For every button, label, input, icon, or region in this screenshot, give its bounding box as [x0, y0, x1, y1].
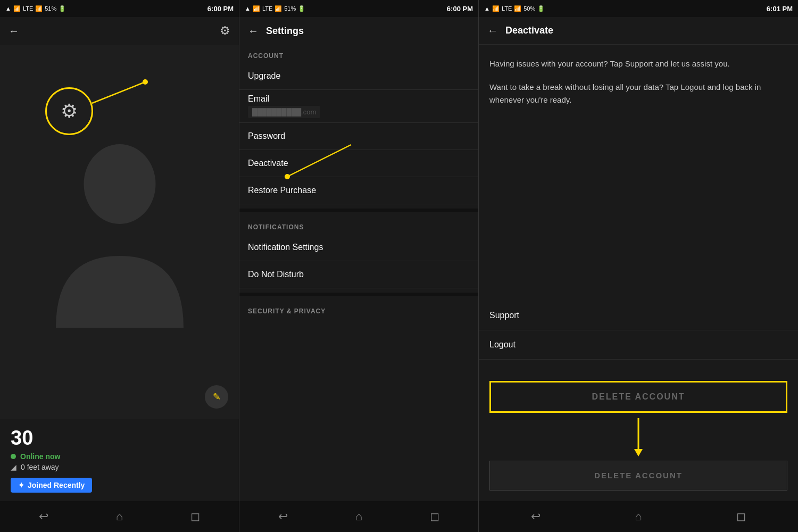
edit-profile-button[interactable]: ✎	[205, 385, 228, 409]
home-nav-2[interactable]: ⌂	[355, 510, 362, 523]
deactivate-header: ← Deactivate	[479, 17, 798, 45]
deactivate-label: Deactivate	[248, 159, 288, 168]
deactivate-desc-2: Want to take a break without losing all …	[489, 81, 787, 106]
online-label: Online now	[20, 452, 60, 461]
panel-profile: ▲ 📶 LTE 📶 51% 🔋 6:00 PM ← ⚙ ⚙	[0, 0, 239, 532]
battery-icon-1: 🔋	[59, 5, 66, 12]
time-2: 6:00 PM	[447, 5, 473, 13]
password-label: Password	[248, 131, 285, 140]
bottom-nav-3: ↩ ⌂ ◻	[479, 501, 798, 532]
delete-arrow-line	[638, 418, 639, 450]
deactivate-content: Having issues with your account? Tap Sup…	[479, 45, 798, 301]
deactivate-menu-logout[interactable]: Logout	[479, 330, 798, 360]
delete-account-callout-box[interactable]: DELETE ACCOUNT	[489, 381, 787, 413]
settings-item-upgrade[interactable]: Upgrade	[239, 63, 478, 90]
back-nav-1[interactable]: ↩	[39, 510, 48, 523]
lte-label-3: LTE	[502, 5, 512, 12]
alert-icon-1: ▲	[5, 5, 11, 12]
location-icon: ◢	[11, 463, 16, 471]
delete-account-annotation: DELETE ACCOUNT	[489, 381, 787, 413]
online-indicator	[11, 454, 16, 459]
email-value: ██████████.com	[248, 106, 320, 118]
svg-point-0	[84, 144, 155, 224]
deactivate-desc-1: Having issues with your account? Tap Sup…	[489, 57, 787, 70]
section-header-security: SECURITY & PRIVACY	[239, 300, 478, 318]
delete-account-button-label: DELETE ACCOUNT	[594, 471, 683, 480]
online-status-row: Online now	[11, 452, 228, 461]
status-bar-1: ▲ 📶 LTE 📶 51% 🔋 6:00 PM	[0, 0, 239, 17]
profile-info: 30 Online now ◢ 0 feet away ✦ Joined Rec…	[0, 419, 239, 501]
status-bar-2: ▲ 📶 LTE 📶 51% 🔋 6:00 PM	[239, 0, 478, 17]
dnd-label: Do Not Disturb	[248, 270, 304, 279]
recent-nav-1[interactable]: ◻	[190, 510, 200, 523]
recent-nav-3[interactable]: ◻	[736, 510, 746, 523]
badge-plus-icon: ✦	[18, 481, 24, 489]
battery-label-3: 50%	[523, 5, 535, 12]
settings-item-deactivate[interactable]: Deactivate Deactivate	[239, 150, 478, 177]
recent-nav-2[interactable]: ◻	[430, 510, 439, 523]
settings-header: ← Settings	[239, 17, 478, 45]
signal-icon-1: 📶	[35, 5, 43, 12]
settings-gear-button[interactable]: ⚙	[220, 24, 230, 38]
panel-deactivate: ▲ 📶 LTE 📶 50% 🔋 6:01 PM ← Deactivate Hav…	[479, 0, 798, 532]
battery-1: 51%	[45, 5, 56, 12]
settings-content: ACCOUNT Upgrade Email ██████████.com Pas…	[239, 45, 478, 501]
time-1: 6:00 PM	[207, 5, 234, 13]
settings-item-password[interactable]: Password	[239, 123, 478, 150]
pencil-icon: ✎	[213, 391, 221, 403]
joined-recently-badge[interactable]: ✦ Joined Recently	[11, 478, 92, 493]
signal-icon-3: 📶	[514, 5, 521, 12]
battery-icon-3: 🔋	[537, 5, 545, 12]
divider-1	[239, 209, 478, 212]
badge-label: Joined Recently	[28, 481, 85, 489]
gear-annotation: ⚙	[45, 87, 93, 135]
status-left-3: ▲ 📶 LTE 📶 50% 🔋	[484, 5, 545, 12]
back-nav-2[interactable]: ↩	[278, 510, 288, 523]
gear-circle: ⚙	[45, 87, 93, 135]
distance-row: ◢ 0 feet away	[11, 463, 228, 471]
delete-account-callout-label: DELETE ACCOUNT	[592, 392, 685, 401]
back-nav-3[interactable]: ↩	[531, 510, 541, 523]
email-label: Email	[248, 94, 470, 104]
lte-label-2: LTE	[262, 5, 272, 12]
notification-settings-label: Notification Settings	[248, 243, 323, 252]
delete-arrow-head	[634, 449, 643, 456]
wifi-icon-3: 📶	[492, 5, 500, 12]
settings-item-notification-settings[interactable]: Notification Settings	[239, 234, 478, 261]
distance-label: 0 feet away	[21, 463, 59, 471]
profile-age: 30	[11, 428, 228, 448]
divider-2	[239, 293, 478, 296]
profile-avatar-area: ⚙ ✎	[0, 45, 239, 419]
status-bar-3: ▲ 📶 LTE 📶 50% 🔋 6:01 PM	[479, 0, 798, 17]
status-left-2: ▲ 📶 LTE 📶 51% 🔋	[245, 5, 305, 12]
lte-label-1: LTE	[23, 5, 33, 12]
svg-point-2	[143, 79, 148, 85]
settings-item-dnd[interactable]: Do Not Disturb	[239, 261, 478, 288]
profile-nav: ← ⚙	[0, 17, 239, 45]
delete-account-button[interactable]: DELETE ACCOUNT	[489, 461, 787, 491]
time-3: 6:01 PM	[767, 5, 793, 13]
back-button-1[interactable]: ←	[9, 25, 19, 37]
battery-icon-2: 🔋	[298, 5, 305, 12]
wifi-icon-1: 📶	[13, 5, 21, 12]
home-nav-3[interactable]: ⌂	[635, 510, 642, 523]
bottom-nav-1: ↩ ⌂ ◻	[0, 501, 239, 532]
signal-icon-2: 📶	[275, 5, 282, 12]
panel-settings: ▲ 📶 LTE 📶 51% 🔋 6:00 PM ← Settings ACCOU…	[239, 0, 479, 532]
deactivate-menu-support[interactable]: Support	[479, 301, 798, 330]
status-left-1: ▲ 📶 LTE 📶 51% 🔋	[5, 5, 66, 12]
svg-line-1	[92, 82, 145, 103]
settings-item-restore[interactable]: Restore Purchase	[239, 177, 478, 204]
battery-label-2: 51%	[284, 5, 296, 12]
alert-icon-2: ▲	[245, 5, 251, 12]
back-button-3[interactable]: ←	[487, 24, 498, 37]
gear-circle-icon: ⚙	[61, 100, 78, 122]
upgrade-label: Upgrade	[248, 71, 280, 80]
bottom-nav-2: ↩ ⌂ ◻	[239, 501, 478, 532]
section-header-account: ACCOUNT	[239, 45, 478, 63]
home-nav-1[interactable]: ⌂	[116, 510, 123, 523]
back-button-2[interactable]: ←	[248, 25, 259, 37]
section-header-notifications: NOTIFICATIONS	[239, 216, 478, 234]
settings-title: Settings	[266, 26, 304, 37]
settings-item-email[interactable]: Email ██████████.com	[239, 90, 478, 123]
